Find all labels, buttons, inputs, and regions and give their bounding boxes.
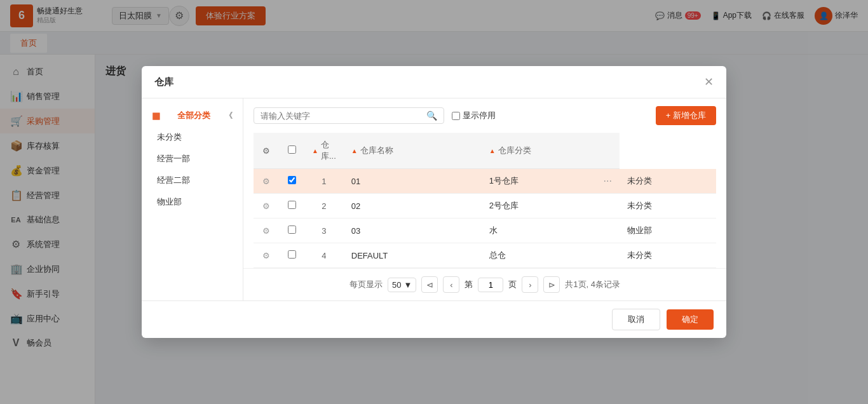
row-num: 3 — [304, 219, 344, 243]
next-page-button[interactable]: › — [522, 276, 538, 293]
show-disabled-checkbox[interactable] — [452, 112, 460, 120]
row-checkbox[interactable] — [288, 176, 296, 184]
row-code: 01 — [344, 169, 482, 194]
per-page-label: 每页显示 — [349, 279, 383, 290]
row-actions-icon[interactable]: ··· — [604, 175, 612, 187]
col-category-label: 仓库分类 — [498, 145, 531, 156]
row-checkbox-cell — [279, 243, 304, 268]
row-name: 水 — [482, 219, 620, 243]
add-warehouse-button[interactable]: + 新增仓库 — [656, 106, 716, 125]
col-header-gear: ⚙ — [254, 133, 279, 169]
data-table: ⚙ ▲ 仓库... — [243, 133, 726, 268]
row-checkbox-cell — [279, 194, 304, 219]
row-name: 1号仓库··· — [482, 169, 620, 194]
table-row[interactable]: ⚙ 4 DEFAULT 总仓 未分类 — [254, 243, 716, 268]
last-page-button[interactable]: ⊳ — [543, 276, 560, 293]
select-all-checkbox[interactable] — [288, 145, 296, 154]
row-name: 2号仓库 — [482, 194, 620, 219]
col-header-check — [279, 133, 304, 169]
row-checkbox-cell — [279, 219, 304, 243]
per-page-value: 50 — [392, 280, 401, 290]
gear-icon[interactable]: ⚙ — [262, 146, 270, 156]
modal-header: 仓库 ✕ — [142, 66, 726, 98]
page-number-input[interactable] — [478, 278, 503, 292]
modal-body: ▦ 全部分类 《 未分类 经营一部 经营二部 物业部 🔍 — [142, 98, 726, 300]
row-category: 物业部 — [620, 219, 716, 243]
cat-item-unclassified[interactable]: 未分类 — [142, 126, 243, 148]
row-category: 未分类 — [620, 194, 716, 219]
cancel-button[interactable]: 取消 — [612, 309, 660, 330]
page-unit: 页 — [508, 279, 517, 290]
cat-item-property[interactable]: 物业部 — [142, 191, 243, 213]
row-code: DEFAULT — [344, 243, 482, 268]
cat-item-operation2[interactable]: 经营二部 — [142, 170, 243, 191]
modal-overlay: 仓库 ✕ ▦ 全部分类 《 未分类 经营一部 经营二部 物业部 — [0, 0, 868, 404]
prev-page-button[interactable]: ‹ — [443, 276, 459, 293]
table-row[interactable]: ⚙ 3 03 水 物业部 — [254, 219, 716, 243]
pagination: 每页显示 50 ▼ ⊲ ‹ 第 页 › ⊳ 共1页, 4条记录 — [243, 268, 726, 300]
table-row[interactable]: ⚙ 1 01 1号仓库··· 未分类 — [254, 169, 716, 194]
sort-code[interactable]: ▲ 仓库... — [312, 139, 336, 162]
sort-icon: ▲ — [312, 147, 318, 154]
row-gear[interactable]: ⚙ — [254, 169, 279, 194]
col-header-code: ▲ 仓库... — [304, 133, 344, 169]
sort-icon-name: ▲ — [351, 147, 358, 154]
warehouse-table: ⚙ ▲ 仓库... — [254, 133, 716, 268]
table-toolbar: 🔍 显示停用 + 新增仓库 — [243, 98, 726, 133]
col-header-name: ▲ 仓库名称 — [344, 133, 482, 169]
row-gear[interactable]: ⚙ — [254, 219, 279, 243]
row-name: 总仓 — [482, 243, 620, 268]
row-checkbox-cell — [279, 169, 304, 194]
cat-item-operation1[interactable]: 经营一部 — [142, 148, 243, 170]
confirm-button[interactable]: 确定 — [667, 309, 714, 330]
row-checkbox[interactable] — [288, 201, 296, 209]
table-row[interactable]: ⚙ 2 02 2号仓库 未分类 — [254, 194, 716, 219]
row-code: 03 — [344, 219, 482, 243]
row-num: 2 — [304, 194, 344, 219]
show-disabled-label[interactable]: 显示停用 — [452, 110, 496, 121]
category-header[interactable]: ▦ 全部分类 《 — [142, 105, 243, 126]
collapse-icon[interactable]: 《 — [225, 111, 233, 121]
per-page-arrow: ▼ — [403, 280, 412, 290]
search-input[interactable] — [261, 111, 423, 121]
col-header-category: ▲ 仓库分类 — [482, 133, 620, 169]
category-grid-icon: ▦ — [152, 111, 160, 121]
per-page-select[interactable]: 50 ▼ — [388, 278, 416, 292]
category-header-label: 全部分类 — [177, 110, 210, 121]
category-panel: ▦ 全部分类 《 未分类 经营一部 经营二部 物业部 — [142, 98, 243, 300]
row-code: 02 — [344, 194, 482, 219]
row-gear[interactable]: ⚙ — [254, 243, 279, 268]
row-checkbox[interactable] — [288, 250, 296, 259]
warehouse-modal: 仓库 ✕ ▦ 全部分类 《 未分类 经营一部 经营二部 物业部 — [142, 66, 726, 338]
modal-title: 仓库 — [154, 76, 173, 88]
table-header-row: ⚙ ▲ 仓库... — [254, 133, 716, 169]
col-name-label: 仓库名称 — [360, 145, 393, 156]
page-word: 第 — [465, 279, 473, 290]
sort-name[interactable]: ▲ 仓库名称 — [351, 145, 474, 156]
total-info: 共1页, 4条记录 — [565, 279, 620, 290]
first-page-button[interactable]: ⊲ — [421, 276, 438, 293]
show-disabled-text: 显示停用 — [463, 110, 496, 121]
close-icon[interactable]: ✕ — [704, 75, 714, 89]
row-gear[interactable]: ⚙ — [254, 194, 279, 219]
row-num: 4 — [304, 243, 344, 268]
row-checkbox[interactable] — [288, 226, 296, 234]
sort-icon-cat: ▲ — [489, 147, 496, 154]
search-box: 🔍 — [254, 107, 444, 124]
row-category: 未分类 — [620, 169, 716, 194]
sort-category[interactable]: ▲ 仓库分类 — [489, 145, 612, 156]
modal-footer: 取消 确定 — [142, 300, 726, 338]
row-num: 1 — [304, 169, 344, 194]
col-code-label: 仓库... — [321, 139, 336, 162]
search-icon: 🔍 — [426, 111, 437, 121]
row-category: 未分类 — [620, 243, 716, 268]
table-panel: 🔍 显示停用 + 新增仓库 ⚙ — [243, 98, 726, 300]
